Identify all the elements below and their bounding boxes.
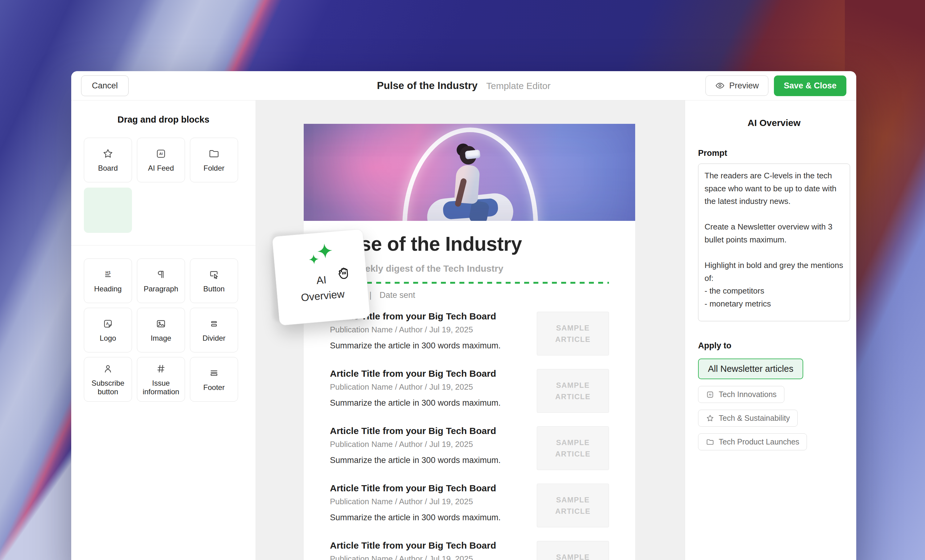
date-separator: |: [369, 290, 372, 300]
blocks-sidebar: Drag and drop blocks Board AI AI Feed Fo…: [71, 101, 256, 560]
article-summary: Summarize the article in 300 words maxim…: [330, 341, 517, 351]
sample-article-badge: SAMPLE ARTICLE: [537, 483, 609, 527]
sidebar-divider: [71, 245, 256, 246]
template-editor-modal: Cancel Pulse of the Industry Template Ed…: [71, 71, 856, 560]
sidebar-title: Drag and drop blocks: [71, 114, 256, 125]
article-title: Article Title from your Big Tech Board: [330, 483, 517, 494]
star-icon: [706, 414, 714, 423]
date-sent-label: Date sent: [380, 290, 415, 300]
heading-icon: H1: [102, 269, 114, 280]
cursor-click-icon: [208, 269, 220, 280]
article-summary: Summarize the article in 300 words maxim…: [330, 513, 517, 522]
article-summary: Summarize the article in 300 words maxim…: [330, 398, 517, 408]
wallpaper-maroon-band: [845, 0, 925, 173]
block-divider[interactable]: Divider: [190, 308, 238, 352]
article-meta: Publication Name / Author / Jul 19, 2025: [330, 497, 517, 506]
block-issue-information[interactable]: Issue information: [137, 357, 185, 402]
block-label: Button: [201, 285, 227, 293]
sample-article-badge: SAMPLE ARTICLE: [537, 312, 609, 356]
block-heading[interactable]: H1 Heading: [84, 258, 132, 303]
pilcrow-icon: [155, 269, 167, 280]
article-meta: Publication Name / Author / Jul 19, 2025: [330, 325, 517, 335]
apply-option-label: Tech Product Launches: [719, 437, 799, 446]
article-title: Article Title from your Big Tech Board: [330, 368, 517, 379]
hash-icon: [155, 363, 167, 375]
block-button[interactable]: Button: [190, 258, 238, 303]
prompt-textarea[interactable]: The readers are C-levels in the tech spa…: [698, 164, 850, 321]
article-list: Article Title from your Big Tech Board P…: [330, 311, 609, 560]
apply-option-tech-innovations[interactable]: AI Tech Innovations: [698, 386, 784, 403]
article-row: Article Title from your Big Tech Board P…: [330, 368, 609, 413]
block-image[interactable]: Image: [137, 308, 185, 352]
newsletter-subtitle: Your weekly digest of the Tech Industry: [330, 263, 609, 274]
block-label: Board: [96, 164, 120, 173]
sample-article-badge: SAMPLE ARTICLE: [537, 369, 609, 413]
apply-option-tech-product-launches[interactable]: Tech Product Launches: [698, 433, 807, 450]
editor-canvas: Pulse of the Industry Your weekly digest…: [256, 101, 685, 560]
image-icon: [155, 318, 167, 330]
apply-option-label: All Newsletter articles: [708, 364, 793, 374]
block-label: Paragraph: [141, 285, 181, 293]
apply-to-options: All Newsletter articles AI Tech Innovati…: [698, 359, 850, 450]
preview-label: Preview: [729, 81, 759, 90]
article-row: Article Title from your Big Tech Board P…: [330, 311, 609, 356]
ai-overview-drag-source-slot: [84, 188, 132, 233]
svg-text:AI: AI: [709, 393, 711, 396]
article-row: Article Title from your Big Tech Board P…: [330, 540, 609, 560]
article-meta: Publication Name / Author / Jul 19, 2025: [330, 440, 517, 449]
apply-option-label: Tech & Sustainability: [719, 414, 790, 423]
svg-text:H1: H1: [105, 270, 111, 275]
grabbing-hand-cursor-icon: [334, 264, 353, 284]
sample-article-badge: SAMPLE ARTICLE: [537, 426, 609, 470]
panel-title: AI Overview: [698, 118, 850, 128]
apply-option-all-newsletter-articles[interactable]: All Newsletter articles: [698, 359, 803, 379]
person-icon: [102, 363, 114, 375]
article-title: Article Title from your Big Tech Board: [330, 426, 517, 436]
ai-badge-icon: AI: [155, 148, 167, 159]
block-label: Subscribe button: [84, 379, 132, 396]
article-meta: Publication Name / Author / Jul 19, 2025: [330, 382, 517, 392]
article-row: Article Title from your Big Tech Board P…: [330, 483, 609, 528]
apply-option-label: Tech Innovations: [719, 390, 777, 399]
block-folder[interactable]: Folder: [190, 138, 238, 182]
block-label: Heading: [92, 285, 124, 293]
save-close-button[interactable]: Save & Close: [774, 75, 847, 96]
block-label: Issue information: [137, 379, 185, 396]
folder-icon: [706, 438, 714, 446]
divider-icon: [208, 318, 220, 330]
ai-overview-drag-card[interactable]: AI Overview: [272, 229, 370, 326]
preview-button[interactable]: Preview: [705, 75, 768, 96]
prompt-label: Prompt: [698, 149, 850, 158]
block-logo[interactable]: A Logo: [84, 308, 132, 352]
block-label: Footer: [201, 383, 227, 392]
block-board[interactable]: Board: [84, 138, 132, 182]
block-subscribe-button[interactable]: Subscribe button: [84, 357, 132, 402]
block-label: Image: [148, 334, 174, 342]
modal-header: Cancel Pulse of the Industry Template Ed…: [71, 71, 856, 101]
element-blocks-grid: H1 Heading Paragraph Button A Logo: [84, 258, 243, 402]
apply-option-tech-sustainability[interactable]: Tech & Sustainability: [698, 410, 798, 426]
sparkles-icon: [305, 243, 337, 269]
block-footer[interactable]: Footer: [190, 357, 238, 402]
article-title: Article Title from your Big Tech Board: [330, 540, 517, 551]
block-paragraph[interactable]: Paragraph: [137, 258, 185, 303]
sample-article-badge: SAMPLE ARTICLE: [537, 541, 609, 560]
date-sent-line: |Date sent: [330, 290, 609, 300]
block-ai-feed[interactable]: AI AI Feed: [137, 138, 185, 182]
page-subtitle: Template Editor: [486, 81, 550, 91]
page-title: Pulse of the Industry: [377, 80, 478, 92]
source-blocks-grid: Board AI AI Feed Folder: [84, 138, 243, 182]
eye-icon: [715, 81, 725, 90]
hero-image: [304, 124, 635, 221]
ai-badge-icon: AI: [706, 390, 714, 399]
block-label: Logo: [97, 334, 118, 342]
svg-text:AI: AI: [159, 152, 163, 156]
block-label: Folder: [201, 164, 227, 173]
star-icon: [102, 148, 114, 159]
footer-icon: [208, 367, 220, 379]
block-label: AI Feed: [146, 164, 176, 173]
drag-card-label: AI Overview: [276, 268, 368, 308]
cancel-button[interactable]: Cancel: [81, 75, 128, 96]
logo-icon: A: [102, 318, 114, 330]
folder-icon: [208, 148, 220, 159]
